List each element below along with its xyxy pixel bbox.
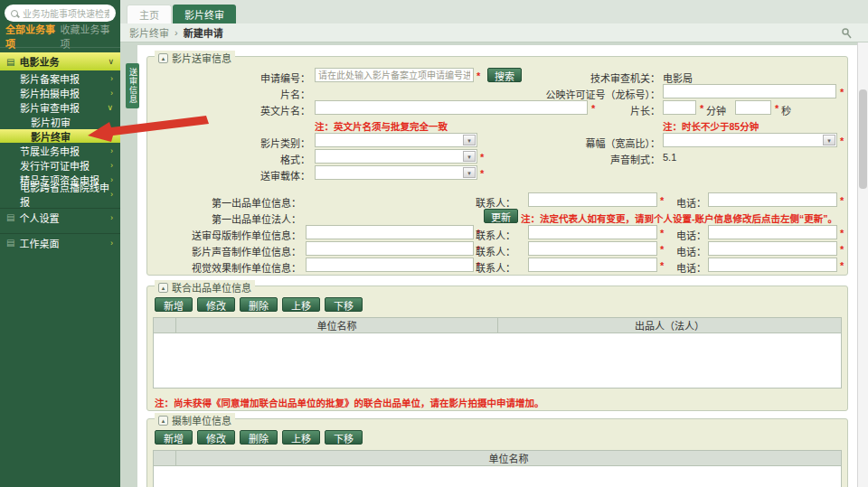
tab-all-business[interactable]: 全部业务事项 bbox=[5, 22, 61, 51]
sidebar-item-film-business[interactable]: ▤ 电影业务 ∨ bbox=[0, 52, 120, 70]
menu-item-label: 节展业务申报 bbox=[20, 144, 80, 158]
sidebar-item-film-record[interactable]: 影片备案申报 › bbox=[0, 71, 120, 85]
breadcrumb-parent[interactable]: 影片终审 bbox=[129, 25, 169, 40]
film-submission-section: ▴ 影片送审信息 申请编号： * 搜索 技术审查机关： 电影局 片名： 公映许可… bbox=[146, 56, 848, 276]
carrier-label: 送审载体： bbox=[147, 168, 310, 183]
submission-info-side-tab[interactable]: 送审信息 bbox=[126, 63, 139, 108]
required-mark: * bbox=[660, 244, 664, 255]
sidebar-item-first-review[interactable]: 影片初审 bbox=[0, 115, 120, 128]
sidebar-item-personal-settings[interactable]: ▤ 个人设置 › bbox=[0, 208, 120, 226]
add-button[interactable]: 新增 bbox=[155, 430, 193, 445]
tab-label: 影片终审 bbox=[184, 7, 224, 22]
dropdown-icon[interactable]: ▾ bbox=[463, 151, 476, 162]
vfx-unit-input[interactable] bbox=[306, 258, 474, 272]
sidebar: 业务功能事项快速检索 全部业务事项 收藏业务事项 ▤ 电影业务 ∨ 影片备案申报… bbox=[0, 0, 120, 487]
required-mark: * bbox=[775, 103, 778, 114]
tech-org-value: 电影局 bbox=[663, 70, 693, 85]
duration-minutes-input[interactable] bbox=[663, 100, 696, 115]
master-unit-phone-input[interactable] bbox=[708, 225, 837, 239]
master-unit-input[interactable] bbox=[306, 225, 474, 239]
edit-button[interactable]: 修改 bbox=[197, 430, 235, 445]
first-legal-label: 第一出品单位法人： bbox=[147, 211, 301, 226]
sidebar-item-distribution-license[interactable]: 发行许可证申报 › bbox=[0, 158, 120, 172]
en-title-label: 英文片名： bbox=[147, 103, 310, 117]
vertical-scrollbar[interactable] bbox=[857, 42, 868, 487]
sound-unit-phone-input[interactable] bbox=[708, 241, 837, 256]
joint-production-table-body[interactable] bbox=[154, 333, 841, 388]
required-mark: * bbox=[476, 70, 480, 81]
required-mark: * bbox=[700, 103, 703, 114]
update-button[interactable]: 更新 bbox=[484, 209, 518, 223]
format-select[interactable]: ▾ bbox=[315, 149, 477, 164]
menu-root-label: 电影业务 bbox=[19, 54, 59, 69]
tab-film-final-review[interactable]: 影片终审 bbox=[173, 5, 236, 23]
dropdown-icon[interactable]: ▾ bbox=[823, 135, 835, 145]
move-down-button[interactable]: 下移 bbox=[325, 297, 363, 312]
menu-item-label: 影片初审 bbox=[31, 115, 71, 129]
chevron-right-icon: › bbox=[110, 74, 113, 83]
contact-label: 联系人： bbox=[459, 244, 515, 258]
master-unit-contact-input[interactable] bbox=[528, 225, 657, 239]
sidebar-search-input[interactable]: 业务功能事项快速检索 bbox=[5, 5, 116, 22]
sidebar-item-work-desktop[interactable]: ▤ 工作桌面 › bbox=[0, 233, 120, 251]
sound-unit-label: 影片声音制作单位信息： bbox=[147, 244, 301, 258]
required-mark: * bbox=[660, 228, 664, 239]
collapse-icon[interactable]: ▴ bbox=[158, 416, 168, 426]
required-mark: * bbox=[840, 136, 844, 146]
category-label: 影片类别： bbox=[147, 136, 310, 150]
pin-icon[interactable] bbox=[840, 27, 852, 39]
duration-seconds-input[interactable] bbox=[735, 100, 771, 115]
add-button[interactable]: 新增 bbox=[155, 297, 193, 312]
edit-button[interactable]: 修改 bbox=[197, 297, 235, 312]
menu-item-label: 发行许可证申报 bbox=[20, 158, 90, 173]
sidebar-item-film-shooting[interactable]: 影片拍摄申报 › bbox=[0, 86, 120, 99]
breadcrumb-current: 新建申请 bbox=[184, 25, 223, 40]
menu-item-label: 个人设置 bbox=[19, 211, 59, 225]
tab-favorite-business[interactable]: 收藏业务事项 bbox=[61, 22, 116, 51]
format-label: 格式： bbox=[147, 152, 310, 166]
category-select[interactable]: ▾ bbox=[315, 133, 477, 147]
sidebar-item-cross-province[interactable]: 电影跨省点播院线申报 › bbox=[0, 187, 120, 201]
sidebar-item-final-review[interactable]: 影片终审 bbox=[0, 129, 120, 143]
vfx-unit-contact-input[interactable] bbox=[528, 258, 657, 272]
collapse-icon[interactable]: ▴ bbox=[158, 283, 168, 293]
first-unit-contact-input[interactable] bbox=[528, 192, 657, 207]
sound-unit-input[interactable] bbox=[306, 241, 474, 256]
required-mark: * bbox=[480, 152, 484, 163]
sound-format-value: 5.1 bbox=[663, 152, 676, 163]
minutes-label: 分钟 bbox=[706, 103, 726, 117]
license-input[interactable] bbox=[663, 84, 836, 98]
first-unit-phone-input[interactable] bbox=[708, 192, 837, 207]
dropdown-icon[interactable]: ▾ bbox=[463, 167, 476, 178]
delete-button[interactable]: 删除 bbox=[240, 297, 278, 312]
legal-note: 注：法定代表人如有变更，请到个人设置-账户信息修改后点击左侧“更新”。 bbox=[521, 211, 837, 225]
phone-label: 电话： bbox=[676, 244, 703, 258]
menu-item-label: 影片备案申报 bbox=[20, 71, 80, 86]
vfx-unit-phone-input[interactable] bbox=[708, 258, 837, 272]
move-down-button[interactable]: 下移 bbox=[325, 430, 363, 445]
chevron-down-icon: ∨ bbox=[108, 57, 114, 66]
en-title-note: 注：英文片名须与批复完全一致 bbox=[315, 119, 448, 133]
sidebar-item-festival[interactable]: 节展业务申报 › bbox=[0, 144, 120, 157]
production-unit-table: 单位名称 bbox=[153, 450, 842, 487]
carrier-select[interactable]: ▾ bbox=[315, 165, 477, 180]
tab-home[interactable]: 主页 bbox=[127, 5, 172, 23]
scrollbar-thumb[interactable] bbox=[859, 89, 867, 189]
dropdown-icon[interactable]: ▾ bbox=[463, 135, 476, 145]
production-unit-table-body[interactable] bbox=[154, 466, 841, 487]
aspect-select[interactable]: ▾ bbox=[663, 133, 837, 147]
seconds-label: 秒 bbox=[781, 103, 791, 117]
move-up-button[interactable]: 上移 bbox=[282, 297, 320, 312]
app-no-input[interactable] bbox=[315, 68, 474, 82]
chevron-down-icon: ∨ bbox=[107, 103, 113, 112]
required-mark: * bbox=[840, 87, 844, 98]
required-mark: * bbox=[840, 228, 844, 239]
menu-item-label: 影片终审 bbox=[31, 129, 71, 144]
delete-button[interactable]: 删除 bbox=[240, 430, 278, 445]
move-up-button[interactable]: 上移 bbox=[282, 430, 320, 445]
tech-org-label: 技术审查机关： bbox=[514, 70, 660, 85]
sidebar-item-film-review[interactable]: 影片审查申报 ∨ bbox=[0, 100, 120, 114]
sound-unit-contact-input[interactable] bbox=[528, 241, 657, 256]
chevron-right-icon: › bbox=[110, 239, 113, 248]
required-mark: * bbox=[480, 168, 484, 179]
